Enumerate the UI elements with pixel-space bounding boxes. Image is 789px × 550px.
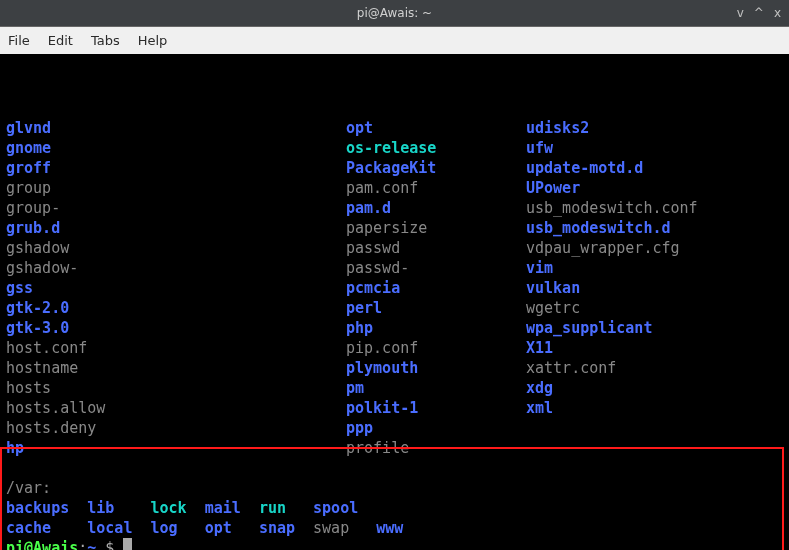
entry-col1: group <box>6 179 51 197</box>
entry-col1: hosts.deny <box>6 419 96 437</box>
entry-col2: pam.conf <box>346 179 418 197</box>
prompt-path: ~ <box>87 539 96 550</box>
entry-col1: hostname <box>6 359 78 377</box>
menu-file[interactable]: File <box>8 33 30 48</box>
entry-col2: opt <box>346 119 373 137</box>
close-button[interactable]: x <box>774 6 781 20</box>
menu-tabs[interactable]: Tabs <box>91 33 120 48</box>
entry-col2: pcmcia <box>346 279 400 297</box>
titlebar: pi@Awais: ~ v ^ x <box>0 0 789 26</box>
listing-row: glvndoptudisks2 <box>6 118 783 138</box>
window-title: pi@Awais: ~ <box>357 6 432 20</box>
entry-col2: ppp <box>346 419 373 437</box>
entry-col2: passwd <box>346 239 400 257</box>
entry-col1: glvnd <box>6 119 51 137</box>
var-entry: backups <box>6 499 87 517</box>
entry-col3: UPower <box>526 179 580 197</box>
terminal-viewport[interactable]: glvndoptudisks2gnomeos-releaseufwgroffPa… <box>0 54 789 550</box>
prompt-dollar: $ <box>96 539 123 550</box>
entry-col1: hosts <box>6 379 51 397</box>
entry-col2: pm <box>346 379 364 397</box>
minimize-button[interactable]: v <box>737 6 744 20</box>
var-listing-row: backups lib lock mail run spool <box>6 498 783 518</box>
maximize-button[interactable]: ^ <box>754 6 764 20</box>
var-entry: run <box>259 499 313 517</box>
var-entry: lock <box>151 499 205 517</box>
entry-col1: group- <box>6 199 60 217</box>
entry-col3: ufw <box>526 139 553 157</box>
entry-col1: gtk-2.0 <box>6 299 69 317</box>
menu-help[interactable]: Help <box>138 33 168 48</box>
entry-col1: groff <box>6 159 51 177</box>
prompt-user-host: pi@Awais <box>6 539 78 550</box>
entry-col2: pam.d <box>346 199 391 217</box>
listing-row: grub.dpapersizeusb_modeswitch.d <box>6 218 783 238</box>
var-entry: snap <box>259 519 313 537</box>
entry-col3: xml <box>526 399 553 417</box>
entry-col1: gss <box>6 279 33 297</box>
entry-col2: PackageKit <box>346 159 436 177</box>
var-listing-row: cache local log opt snap swap www <box>6 518 783 538</box>
prompt-line[interactable]: pi@Awais:~ $ <box>6 538 783 550</box>
window-controls: v ^ x <box>737 6 781 20</box>
entry-col2: os-release <box>346 139 436 157</box>
var-entry: opt <box>205 519 259 537</box>
entry-col2: perl <box>346 299 382 317</box>
listing-row: groffPackageKitupdate-motd.d <box>6 158 783 178</box>
entry-col3: X11 <box>526 339 553 357</box>
var-entry: cache <box>6 519 87 537</box>
var-entry: lib <box>87 499 150 517</box>
listing-row: grouppam.confUPower <box>6 178 783 198</box>
prompt-colon: : <box>78 539 87 550</box>
entry-col3: update-motd.d <box>526 159 643 177</box>
listing-row: hostnameplymouthxattr.conf <box>6 358 783 378</box>
listing-row: hosts.denyppp <box>6 418 783 438</box>
var-entry: swap <box>313 519 376 537</box>
entry-col2: plymouth <box>346 359 418 377</box>
menubar: File Edit Tabs Help <box>0 26 789 54</box>
listing-row: gnomeos-releaseufw <box>6 138 783 158</box>
entry-col2: pip.conf <box>346 339 418 357</box>
listing-row: gshadow-passwd-vim <box>6 258 783 278</box>
entry-col2: passwd- <box>346 259 409 277</box>
entry-col1: gshadow <box>6 239 69 257</box>
cursor <box>123 538 132 550</box>
entry-col2: polkit-1 <box>346 399 418 417</box>
entry-col3: xattr.conf <box>526 359 616 377</box>
listing-row: gtk-3.0phpwpa_supplicant <box>6 318 783 338</box>
entry-col1: hp <box>6 439 24 457</box>
entry-col1: gtk-3.0 <box>6 319 69 337</box>
var-entry: spool <box>313 499 376 517</box>
entry-col3: udisks2 <box>526 119 589 137</box>
var-header: /var: <box>6 479 51 497</box>
var-entry: local <box>87 519 150 537</box>
entry-col1: grub.d <box>6 219 60 237</box>
entry-col3: vim <box>526 259 553 277</box>
terminal-window: pi@Awais: ~ v ^ x File Edit Tabs Help gl… <box>0 0 789 550</box>
listing-row: hosts.allowpolkit-1xml <box>6 398 783 418</box>
var-entry: log <box>151 519 205 537</box>
entry-col3: vdpau_wrapper.cfg <box>526 239 680 257</box>
entry-col2: profile <box>346 439 409 457</box>
var-entry: mail <box>205 499 259 517</box>
entry-col3: wpa_supplicant <box>526 319 652 337</box>
entry-col3: wgetrc <box>526 299 580 317</box>
entry-col1: host.conf <box>6 339 87 357</box>
entry-col3: usb_modeswitch.d <box>526 219 671 237</box>
var-entry: www <box>376 519 421 537</box>
listing-row: host.confpip.confX11 <box>6 338 783 358</box>
listing-row: group-pam.dusb_modeswitch.conf <box>6 198 783 218</box>
listing-row: gshadowpasswdvdpau_wrapper.cfg <box>6 238 783 258</box>
listing-row: gtk-2.0perlwgetrc <box>6 298 783 318</box>
listing-row: hpprofile <box>6 438 783 458</box>
entry-col3: usb_modeswitch.conf <box>526 199 698 217</box>
entry-col1: hosts.allow <box>6 399 105 417</box>
entry-col2: papersize <box>346 219 427 237</box>
entry-col3: xdg <box>526 379 553 397</box>
menu-edit[interactable]: Edit <box>48 33 73 48</box>
listing-row: hostspmxdg <box>6 378 783 398</box>
entry-col1: gshadow- <box>6 259 78 277</box>
listing-row: gsspcmciavulkan <box>6 278 783 298</box>
entry-col2: php <box>346 319 373 337</box>
entry-col3: vulkan <box>526 279 580 297</box>
